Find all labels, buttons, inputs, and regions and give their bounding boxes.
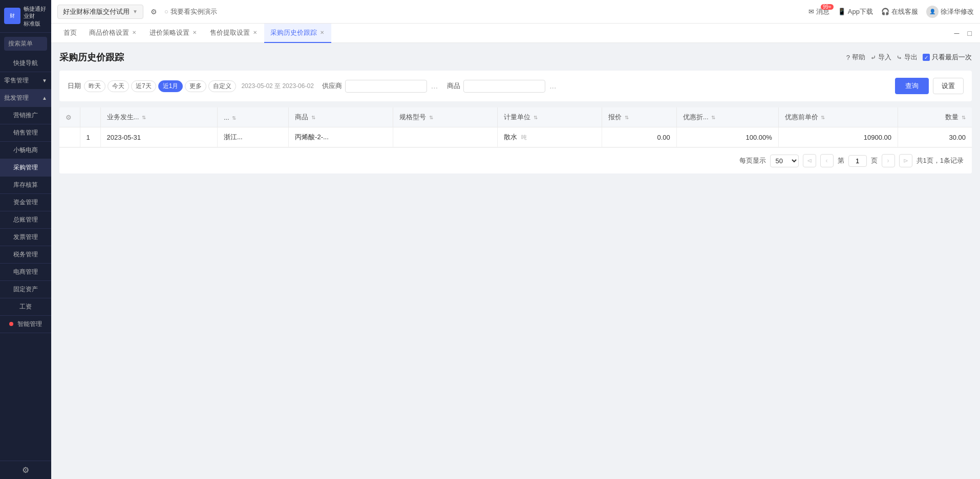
col-header-quantity[interactable]: 数量 ⇅ [898,107,972,127]
page-number-input[interactable] [848,155,867,167]
sidebar-item-ecommerce-small[interactable]: 小畅电商 [0,142,51,159]
tab-sell-price[interactable]: 售价提取设置 ✕ [204,24,264,43]
sidebar-item-retail[interactable]: 零售管理 ▼ [0,72,51,90]
maximize-icon[interactable]: □ [966,28,974,38]
cell-discount: 100.00% [676,127,778,147]
sidebar-item-invoice[interactable]: 发票管理 [0,229,51,246]
import-icon: ⤶ [870,54,876,61]
col-label-goods: 商品 [295,113,308,121]
sort-icon-more: ⇅ [232,115,236,121]
col-header-price[interactable]: 报价 ⇅ [602,107,676,127]
sidebar-item-tax[interactable]: 税务管理 [0,246,51,264]
date-btn-last1m[interactable]: 近1月 [158,80,183,92]
last-only-checkbox[interactable]: ✓ [923,54,930,61]
tab-price[interactable]: 商品价格设置 ✕ [83,24,143,43]
goods-input[interactable] [463,80,545,93]
settings-button[interactable]: 设置 [933,78,964,94]
date-btn-last7[interactable]: 近7天 [131,80,156,92]
filter-panel: 日期 昨天 今天 近7天 近1月 更多 自定义 2023-05-02 至 202… [59,71,972,101]
sidebar-item-ledger[interactable]: 总账管理 [0,211,51,229]
import-button[interactable]: ⤶ 导入 [870,53,891,62]
phone-icon: 📱 [838,8,846,15]
column-settings-icon[interactable]: ⚙ [66,114,72,121]
date-range-display: 2023-05-02 至 2023-06-02 [241,82,313,91]
col-header-business-date[interactable]: 业务发生... ⇅ [100,107,217,127]
sidebar-item-quick-nav[interactable]: 快捷导航 [0,55,51,72]
cell-quantity: 30.00 [898,127,972,147]
cell-goods: 丙烯酸-2-... [289,127,393,147]
col-label-unit: 计量单位 [504,113,530,121]
tab-close-purchase-strategy[interactable]: ✕ [191,29,198,36]
demo-button[interactable]: ○ 我要看实例演示 [164,7,217,16]
pagination-last-button[interactable]: ⊳ [899,154,912,167]
filter-goods: 商品 ... [447,80,557,93]
search-menu-button[interactable]: 搜索菜单 [4,37,47,51]
sidebar-item-ecommerce[interactable]: 电商管理 [0,264,51,281]
headset-icon: 🎧 [881,8,889,15]
date-btn-custom[interactable]: 自定义 [208,80,236,92]
minimize-icon[interactable]: ─ [952,28,962,38]
col-header-spec[interactable]: 规格型号 ⇅ [393,107,498,127]
user-menu-button[interactable]: 👤 徐泽华修改 [926,6,974,18]
table-row: 1 2023-05-31 浙江... 丙烯酸-2-... 散水 吨 0.00 1… [59,127,972,147]
col-header-gear[interactable]: ⚙ [59,107,80,127]
sidebar-item-wholesale[interactable]: 批发管理 ▲ [0,90,51,107]
app-download-button[interactable]: 📱 App下载 [838,7,873,16]
col-header-discount[interactable]: 优惠折... ⇅ [676,107,778,127]
date-btn-more[interactable]: 更多 [185,80,206,92]
cell-more: 浙江... [217,127,288,147]
goods-more-icon[interactable]: ... [548,81,557,91]
tabs-bar: 首页 商品价格设置 ✕ 进价策略设置 ✕ 售价提取设置 ✕ 采购历史价跟踪 ✕ … [51,24,980,43]
sidebar-search-area[interactable]: 搜索菜单 [0,33,51,55]
topbar: 好业财标准版交付试用 ▼ ⚙ ○ 我要看实例演示 ✉ 消息 99+ 📱 App下… [51,0,980,24]
sidebar-item-sales[interactable]: 销售管理 [0,124,51,142]
company-selector[interactable]: 好业财标准版交付试用 ▼ [57,5,143,19]
tab-history-price[interactable]: 采购历史价跟踪 ✕ [264,24,331,43]
sidebar-item-inventory[interactable]: 库存核算 [0,177,51,194]
page-header: 采购历史价跟踪 ? 帮助 ⤶ 导入 ⤷ 导出 ✓ 只看最后一次 [59,51,972,63]
tab-close-price[interactable]: ✕ [131,29,137,36]
settings-icon[interactable]: ⚙ [4,465,47,475]
sidebar-item-purchase[interactable]: 采购管理 [0,159,51,177]
col-label-quantity: 数量 [945,113,958,121]
message-icon: ✉ [808,8,814,15]
pagination-prev-button[interactable]: ‹ [820,154,834,167]
col-header-unit[interactable]: 计量单位 ⇅ [498,107,602,127]
tab-purchase-strategy[interactable]: 进价策略设置 ✕ [143,24,204,43]
pagination: 每页显示 50 20 100 200 ⊲ ‹ 第 页 › ⊳ 共1页，1条记录 [59,147,972,173]
last-only-checkbox-label[interactable]: ✓ 只看最后一次 [923,53,972,62]
tab-home[interactable]: 首页 [57,24,83,43]
tab-close-sell-price[interactable]: ✕ [252,29,258,36]
pagination-first-button[interactable]: ⊲ [803,154,816,167]
query-button[interactable]: 查询 [895,78,929,94]
tabs-window-controls: ─ □ [952,28,974,38]
sidebar-item-finance[interactable]: 资金管理 [0,194,51,211]
tab-close-history-price[interactable]: ✕ [319,29,325,36]
per-page-label: 每页显示 [739,156,766,165]
page-unit-label: 页 [871,156,878,165]
sidebar-item-payroll[interactable]: 工资 [0,298,51,316]
sidebar-item-marketing[interactable]: 营销推广 [0,107,51,124]
message-button[interactable]: ✉ 消息 99+ [808,7,829,16]
col-header-more[interactable]: ... ⇅ [217,107,288,127]
help-button[interactable]: ? 帮助 [846,53,865,62]
sidebar-item-smart[interactable]: 智能管理 [0,316,51,333]
supplier-more-icon[interactable]: ... [430,81,439,91]
topbar-settings-icon[interactable]: ⚙ [147,6,160,18]
date-btn-yesterday[interactable]: 昨天 [84,80,105,92]
sort-icon-price: ⇅ [625,115,629,120]
col-label-more: ... [224,114,229,121]
col-header-pre-discount-price[interactable]: 优惠前单价 ⇅ [778,107,898,127]
sort-icon-pre-discount-price: ⇅ [821,115,825,120]
per-page-select[interactable]: 50 20 100 200 [770,155,799,167]
smart-dot-indicator [9,322,13,326]
avatar: 👤 [926,6,939,18]
pagination-next-button[interactable]: › [882,154,895,167]
sidebar-item-fixed-assets[interactable]: 固定资产 [0,281,51,298]
date-btn-today[interactable]: 今天 [108,80,129,92]
col-header-seq [80,107,100,127]
export-button[interactable]: ⤷ 导出 [897,53,918,62]
online-service-button[interactable]: 🎧 在线客服 [881,7,918,16]
supplier-input[interactable] [345,80,427,93]
col-header-goods[interactable]: 商品 ⇅ [289,107,393,127]
